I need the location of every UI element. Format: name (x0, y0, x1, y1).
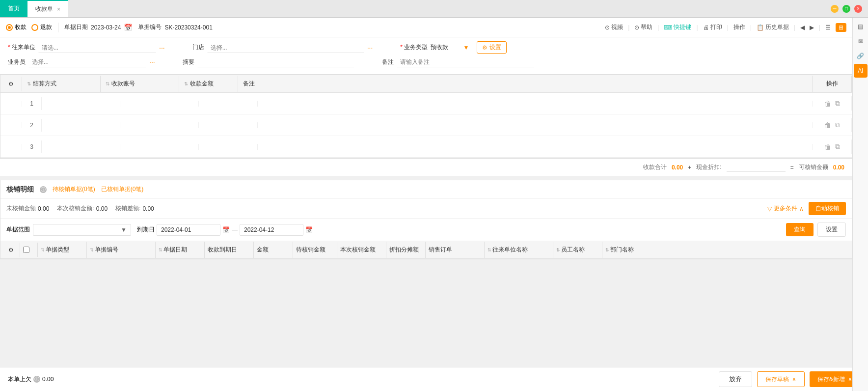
query-button[interactable]: 查询 (786, 223, 814, 236)
salesperson-more-icon[interactable]: ··· (149, 58, 155, 66)
pending-tab[interactable]: 待核销单据(0笔) (53, 184, 95, 195)
partner-field: 往来单位 ··· (8, 42, 165, 53)
td-account-3[interactable] (120, 144, 199, 150)
maximize-button[interactable]: □ (842, 5, 850, 13)
td-amount-3[interactable] (199, 144, 258, 150)
tab-home[interactable]: 首页 (0, 0, 27, 17)
dth-this-verify: 本次核销金额 (337, 242, 386, 258)
copy-icon-3[interactable]: ⧉ (835, 142, 840, 151)
td-payment-1[interactable] (42, 101, 120, 107)
bottom-stat-info-icon[interactable]: ⓘ (33, 376, 40, 383)
copy-icon-1[interactable]: ⧉ (835, 99, 840, 108)
tab-close-icon[interactable]: × (57, 6, 60, 13)
video-btn[interactable]: ⊙ 视频 (605, 23, 623, 31)
radio-collection[interactable]: 收款 (6, 23, 27, 31)
print-btn[interactable]: 🖨 打印 (703, 23, 722, 31)
note-input[interactable] (397, 56, 534, 67)
settings-button[interactable]: ⚙ 设置 (477, 41, 507, 54)
delete-icon-3[interactable]: 🗑 (824, 143, 831, 151)
td-remark-3[interactable] (258, 144, 813, 150)
close-button[interactable]: × (854, 5, 862, 13)
dth-amount: 金额 (254, 242, 293, 258)
select-all-checkbox[interactable] (23, 247, 29, 253)
form-view-btn[interactable]: ⊞ (836, 23, 846, 32)
sidebar-mail-btn[interactable]: ✉ (854, 34, 868, 48)
auto-verify-button[interactable]: 自动核销 (809, 202, 846, 215)
bill-no-field: 单据编号 SK-20230324-001 (138, 23, 212, 31)
save-draft-label: 保存草稿 (765, 375, 789, 384)
copy-icon-2[interactable]: ⧉ (835, 121, 840, 129)
business-type-label: 业务类型 (400, 43, 428, 52)
history-btn[interactable]: 📋 历史单据 (757, 23, 789, 31)
data-table-header: ⚙ ⇅ 单据类型 ⇅ 单据编号 ⇅ 单据日期 收款到期日 (0, 241, 852, 259)
dth-recv-date-label: 收款到期日 (208, 246, 237, 254)
td-remark-1[interactable] (258, 101, 813, 107)
bottom-spacer (0, 259, 852, 284)
bottom-bar: 本单上欠 ⓘ 0.00 放弃 保存草稿 ∧ 保存&新增 ∧ (0, 367, 868, 391)
business-type-dropdown[interactable]: ▼ (463, 44, 469, 51)
due-date-to-input[interactable] (240, 224, 303, 236)
th-payment-label: 结算方式 (33, 80, 56, 88)
td-payment-2[interactable] (42, 122, 120, 128)
bill-range-select[interactable]: ▼ (33, 224, 131, 236)
prev-btn[interactable]: ◀ (800, 24, 805, 31)
dth-check[interactable] (20, 243, 38, 257)
list-view-btn[interactable]: ☰ (825, 24, 831, 31)
tab-current[interactable]: 收款单 × (27, 0, 68, 17)
store-more-icon[interactable]: ··· (367, 44, 373, 52)
business-type-value: 预收款 (431, 43, 460, 52)
discard-button[interactable]: 放弃 (719, 371, 752, 387)
td-amount-2[interactable] (199, 122, 258, 128)
calendar-icon[interactable]: 📅 (124, 24, 132, 31)
dth-bill-no: ⇅ 单据编号 (87, 242, 156, 258)
verify-info-icon[interactable]: ⓘ (40, 186, 47, 193)
summary-input[interactable] (197, 56, 354, 67)
operation-btn[interactable]: 操作 (733, 23, 745, 31)
sidebar-ai-btn[interactable]: Ai (854, 64, 868, 78)
td-remark-2[interactable] (258, 122, 813, 128)
help-label: 帮助 (641, 23, 652, 31)
done-tab[interactable]: 已核销单据(0笔) (101, 184, 144, 195)
delete-icon-2[interactable]: 🗑 (824, 121, 831, 129)
sidebar-link-btn[interactable]: 🔗 (854, 49, 868, 63)
td-account-1[interactable] (120, 101, 199, 107)
verify-settings-button[interactable]: 设置 (817, 223, 846, 237)
tab-home-label: 首页 (8, 4, 20, 13)
chevron-down-icon: ▼ (121, 226, 127, 233)
shortcut-label: 快捷键 (674, 23, 691, 31)
th-settings[interactable]: ⚙ (0, 77, 22, 91)
form-row-2: 业务员 ··· 摘要 备注 (8, 56, 844, 67)
available-value: 0.00 (833, 164, 844, 171)
help-btn[interactable]: ⊙ 帮助 (634, 23, 652, 31)
next-btn[interactable]: ▶ (810, 24, 814, 31)
dth-settings[interactable]: ⚙ (2, 243, 20, 257)
dth-employee-label: 员工名称 (561, 246, 585, 254)
dth-employee: ⇅ 员工名称 (553, 242, 602, 258)
form-row-1: 往来单位 ··· 门店 ··· 业务类型 预收款 ▼ ⚙ 设置 (8, 41, 844, 54)
summary-label: 摘要 (183, 58, 194, 66)
minimize-button[interactable]: ─ (831, 5, 839, 13)
verify-stats: 未核销金额 0.00 本次核销金额: 0.00 核销差额: 0.00 ▽ 更多条… (0, 199, 852, 219)
td-amount-1[interactable] (199, 101, 258, 107)
verify-section: 核销明细 ⓘ 待核销单据(0笔) 已核销单据(0笔) 未核销金额 0.00 本次… (0, 180, 852, 259)
dth-bill-date-label: 单据日期 (163, 246, 187, 254)
discount-input[interactable] (727, 163, 786, 172)
delete-icon-1[interactable]: 🗑 (824, 100, 831, 108)
salesperson-input[interactable] (28, 56, 146, 67)
save-draft-button[interactable]: 保存草稿 ∧ (757, 371, 805, 387)
due-date-from-input[interactable] (157, 224, 220, 236)
row-no-3: 3 (30, 143, 33, 150)
radio-refund[interactable]: 退款 (31, 23, 52, 31)
sidebar-table-btn[interactable]: ▤ (854, 20, 868, 33)
td-account-2[interactable] (120, 122, 199, 128)
td-payment-3[interactable] (42, 144, 120, 150)
video-icon: ⊙ (605, 24, 610, 31)
partner-input[interactable] (38, 42, 156, 53)
td-action-3: 🗑 ⧉ (813, 140, 852, 154)
shortcut-btn[interactable]: ⌨ 快捷键 (664, 23, 691, 31)
more-conditions-btn[interactable]: ▽ 更多条件 ∧ (767, 204, 804, 213)
dth-sales-order-label: 销售订单 (429, 246, 452, 254)
partner-more-icon[interactable]: ··· (159, 44, 165, 52)
row-no-2: 2 (30, 122, 33, 129)
store-input[interactable] (207, 42, 364, 53)
